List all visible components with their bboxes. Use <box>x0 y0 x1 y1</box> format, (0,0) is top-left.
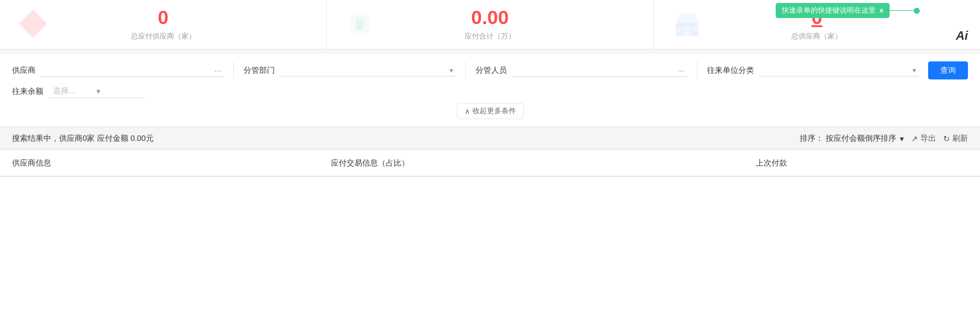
payable-total-card: 0.00 应付合计（万） <box>327 0 653 49</box>
sort-chevron-icon: ▾ <box>900 134 904 143</box>
collapse-label: 收起更多条件 <box>473 106 516 116</box>
store-icon <box>672 8 702 40</box>
collapse-row: ∧ 收起更多条件 <box>12 103 968 119</box>
unit-filter: 往来单位分类 ▾ <box>707 64 919 76</box>
supplier-filter: 供应商 ··· <box>12 64 224 77</box>
tooltip-line <box>890 10 914 11</box>
person-input-wrap[interactable]: ··· <box>512 64 687 77</box>
table-col-payable-info: 应付交易信息（占比） <box>331 158 756 169</box>
supplier-dots-icon[interactable]: ··· <box>215 66 222 75</box>
filter-row-1: 供应商 ··· 分管部门 ▾ 分管人员 ··· <box>12 61 968 79</box>
balance-select[interactable]: 选择... ▾ <box>48 84 145 98</box>
supplier-input-wrap[interactable]: ··· <box>40 64 224 77</box>
person-dots-icon[interactable]: ··· <box>677 66 685 75</box>
supplier-input[interactable] <box>43 66 215 75</box>
unit-chevron-icon: ▾ <box>912 66 916 75</box>
payable-total-label: 应付合计（万） <box>465 31 515 42</box>
bag-icon <box>345 8 375 40</box>
ai-badge: Ai <box>956 29 968 43</box>
payable-total-number: 0.00 <box>471 7 509 28</box>
query-btn-wrap: 查询 <box>928 61 968 79</box>
unit-label: 往来单位分类 <box>707 65 754 76</box>
svg-rect-7 <box>683 26 691 36</box>
table-body <box>0 177 980 310</box>
export-icon: ↗ <box>911 134 918 143</box>
table-col-supplier-info: 供应商信息 <box>12 158 331 169</box>
query-button[interactable]: 查询 <box>928 61 968 79</box>
balance-label: 往来余额 <box>12 86 43 97</box>
tooltip-bubble: 快速录单的快捷键说明在这里 × <box>776 3 890 18</box>
collapse-up-icon: ∧ <box>465 107 470 116</box>
diamond-icon <box>18 8 48 40</box>
refresh-icon: ↻ <box>943 134 950 143</box>
balance-chevron-icon: ▾ <box>96 87 140 96</box>
results-info: 搜索结果中，供应商0家 应付金额 0.00元 <box>12 133 154 144</box>
filter-section: 供应商 ··· 分管部门 ▾ 分管人员 ··· <box>0 54 980 127</box>
table-header: 供应商信息 应付交易信息（占比） 上次付款 <box>0 150 980 177</box>
total-payable-suppliers-card: 0 总应付供应商（家） <box>0 0 327 49</box>
divider-2 <box>465 61 466 79</box>
table-col-last-payment: 上次付款 <box>756 158 968 169</box>
sort-prefix: 排序： <box>800 133 823 144</box>
results-bar: 搜索结果中，供应商0家 应付金额 0.00元 排序： 按应付会额倒序排序 ▾ ↗… <box>0 128 980 149</box>
svg-rect-8 <box>677 26 681 31</box>
refresh-label: 刷新 <box>952 133 968 144</box>
tooltip-container: 快速录单的快捷键说明在这里 × <box>776 3 920 18</box>
department-filter: 分管部门 ▾ <box>243 64 455 76</box>
top-stats-section: 0 总应付供应商（家） 0.00 应付合计（万） <box>0 0 980 49</box>
export-label: 导出 <box>920 133 936 144</box>
sort-select[interactable]: 排序： 按应付会额倒序排序 ▾ <box>800 133 904 144</box>
results-actions: 排序： 按应付会额倒序排序 ▾ ↗ 导出 ↻ 刷新 <box>800 133 968 144</box>
filter-row-2: 往来余额 选择... ▾ <box>12 84 968 98</box>
divider-3 <box>697 61 697 79</box>
total-payable-label: 总应付供应商（家） <box>131 31 196 42</box>
balance-placeholder: 选择... <box>53 85 96 96</box>
tooltip-close-button[interactable]: × <box>879 7 884 15</box>
department-label: 分管部门 <box>243 65 275 76</box>
total-suppliers-label: 总供应商（家） <box>791 31 842 42</box>
department-input[interactable] <box>282 66 449 75</box>
svg-point-4 <box>356 19 358 21</box>
total-suppliers-card: 快速录单的快捷键说明在这里 × 0 总供应商（家） Ai <box>654 0 980 49</box>
total-payable-number: 0 <box>158 7 169 28</box>
department-input-wrap[interactable]: ▾ <box>280 64 455 76</box>
unit-input-wrap[interactable]: ▾ <box>759 64 919 76</box>
svg-rect-9 <box>693 26 697 31</box>
unit-input[interactable] <box>761 66 912 75</box>
person-filter: 分管人员 ··· <box>476 64 687 77</box>
tooltip-text: 快速录单的快捷键说明在这里 <box>782 5 876 16</box>
supplier-label: 供应商 <box>12 65 36 76</box>
export-button[interactable]: ↗ 导出 <box>911 133 936 144</box>
collapse-button[interactable]: ∧ 收起更多条件 <box>457 103 524 119</box>
person-label: 分管人员 <box>476 65 507 76</box>
refresh-button[interactable]: ↻ 刷新 <box>943 133 968 144</box>
sort-label: 按应付会额倒序排序 <box>826 133 896 144</box>
divider-1 <box>233 61 234 79</box>
person-input[interactable] <box>514 66 678 75</box>
tooltip-dot <box>914 8 920 14</box>
svg-point-5 <box>362 19 364 21</box>
department-chevron-icon: ▾ <box>450 66 453 75</box>
